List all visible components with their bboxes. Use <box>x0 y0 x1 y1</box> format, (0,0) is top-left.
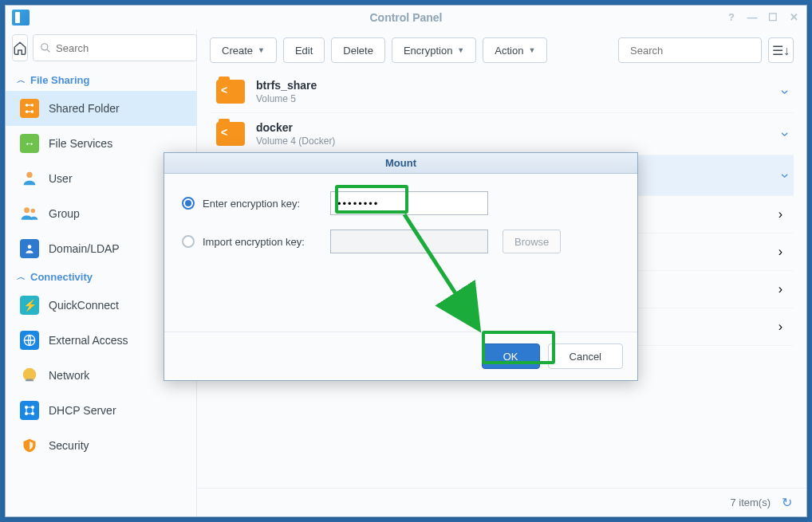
import-key-path <box>330 230 488 253</box>
sidebar-search-input[interactable] <box>56 42 190 54</box>
group-icon <box>20 204 39 223</box>
list-footer: 7 item(s) ↻ <box>197 488 806 516</box>
radio-enter-key[interactable] <box>182 197 195 210</box>
window-title: Control Panel <box>369 11 442 24</box>
chevron-down-icon[interactable]: › <box>778 207 782 222</box>
chevron-down-icon[interactable]: › <box>778 282 782 296</box>
caret-down-icon: ▼ <box>258 46 265 54</box>
shared-folder-icon <box>20 99 39 118</box>
folder-icon <box>216 80 245 104</box>
section-file-sharing[interactable]: ︿ File Sharing <box>6 69 196 91</box>
refresh-button[interactable]: ↻ <box>782 495 792 510</box>
sort-button[interactable]: ☰↓ <box>768 37 794 63</box>
chevron-down-icon[interactable]: › <box>777 173 794 178</box>
minimize-icon[interactable]: — <box>744 9 760 25</box>
titlebar: Control Panel ? — ☐ ✕ <box>6 6 806 29</box>
svg-point-4 <box>28 245 32 249</box>
home-button[interactable] <box>12 34 28 61</box>
control-panel-window: Control Panel ? — ☐ ✕ ︿ File Sharing <box>5 5 807 517</box>
encryption-button[interactable]: Encryption▼ <box>392 37 476 63</box>
chevron-down-icon[interactable]: › <box>778 245 782 259</box>
sidebar-item-dhcp-server[interactable]: DHCP Server <box>6 393 196 428</box>
main-search[interactable] <box>618 37 762 63</box>
network-icon <box>20 366 39 385</box>
svg-point-2 <box>24 207 30 213</box>
toolbar: Create▼ Edit Delete Encryption▼ Action▼ … <box>197 29 806 71</box>
shield-icon <box>20 436 39 455</box>
enter-key-label: Enter encryption key: <box>203 198 322 210</box>
create-button[interactable]: Create▼ <box>210 37 277 63</box>
maximize-icon[interactable]: ☐ <box>765 9 781 25</box>
cancel-button[interactable]: Cancel <box>548 343 623 369</box>
sidebar-item-security[interactable]: Security <box>6 428 196 463</box>
sidebar-item-shared-folder[interactable]: Shared Folder <box>6 91 196 126</box>
dhcp-icon <box>20 401 39 420</box>
quickconnect-icon: ⚡ <box>20 296 39 315</box>
edit-button[interactable]: Edit <box>283 37 325 63</box>
caret-down-icon: ▼ <box>528 46 535 54</box>
close-icon[interactable]: ✕ <box>786 9 802 25</box>
ok-button[interactable]: OK <box>482 343 540 369</box>
file-services-icon: ↔ <box>20 134 39 153</box>
chevron-down-icon[interactable]: › <box>777 89 794 94</box>
svg-point-3 <box>31 209 35 213</box>
mount-dialog: Mount Enter encryption key: Import encry… <box>164 152 638 381</box>
dialog-title: Mount <box>164 153 637 174</box>
sidebar-search[interactable] <box>33 34 197 61</box>
globe-icon <box>20 331 39 350</box>
app-icon <box>12 10 30 26</box>
chevron-up-icon: ︿ <box>17 271 26 283</box>
chevron-up-icon: ︿ <box>17 74 26 86</box>
svg-point-0 <box>41 44 48 50</box>
browse-button[interactable]: Browse <box>503 230 561 253</box>
caret-down-icon: ▼ <box>457 46 464 54</box>
delete-button[interactable]: Delete <box>331 37 385 63</box>
encryption-key-input[interactable] <box>330 191 488 215</box>
list-item[interactable]: docker Volume 4 (Docker) › <box>210 113 794 155</box>
item-count: 7 item(s) <box>730 496 771 508</box>
chevron-down-icon[interactable]: › <box>778 320 782 334</box>
help-icon[interactable]: ? <box>723 9 739 25</box>
domain-ldap-icon <box>20 239 39 258</box>
action-button[interactable]: Action▼ <box>483 37 547 63</box>
chevron-down-icon[interactable]: › <box>777 131 794 136</box>
import-key-label: Import encryption key: <box>203 236 322 248</box>
main-search-input[interactable] <box>630 45 764 57</box>
list-item[interactable]: btrfs_share Volume 5 › <box>210 71 794 113</box>
svg-point-1 <box>26 172 32 178</box>
folder-icon <box>216 122 245 146</box>
user-icon <box>20 169 39 188</box>
radio-import-key[interactable] <box>182 235 195 248</box>
